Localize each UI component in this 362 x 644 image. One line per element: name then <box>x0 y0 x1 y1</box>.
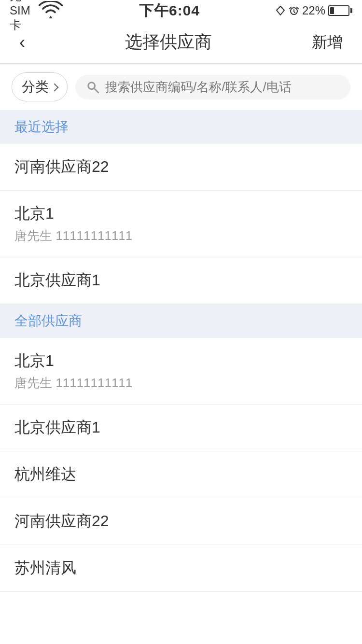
item-name: 北京供应商1 <box>14 270 348 291</box>
category-label: 分类 <box>22 78 49 96</box>
search-box[interactable] <box>75 75 350 99</box>
all-list: 北京1唐先生 11111111111北京供应商1杭州维达河南供应商22苏州清风 <box>0 338 362 592</box>
alarm-icon <box>289 5 299 16</box>
item-sub: 唐先生 11111111111 <box>14 227 348 244</box>
all-section-label: 全部供应商 <box>14 313 82 328</box>
all-list-item[interactable]: 河南供应商22 <box>0 498 362 545</box>
item-name: 北京1 <box>14 350 348 372</box>
recent-list-item[interactable]: 北京1唐先生 11111111111 <box>0 191 362 257</box>
page-title: 选择供应商 <box>125 30 212 54</box>
item-name: 北京1 <box>14 203 348 224</box>
all-list-item[interactable]: 北京1唐先生 11111111111 <box>0 338 362 405</box>
item-sub: 唐先生 11111111111 <box>14 375 348 392</box>
recent-section-header: 最近选择 <box>0 110 362 144</box>
status-bar: 无 SIM 卡 下午6:04 22% <box>0 0 362 21</box>
all-section-header: 全部供应商 <box>0 304 362 338</box>
recent-list: 河南供应商22北京1唐先生 11111111111北京供应商1 <box>0 144 362 304</box>
recent-list-item[interactable]: 北京供应商1 <box>0 257 362 304</box>
item-name: 河南供应商22 <box>14 156 348 178</box>
chevron-right-icon <box>51 84 59 92</box>
item-name: 苏州清风 <box>14 558 348 579</box>
add-button[interactable]: 新增 <box>307 27 348 58</box>
category-filter[interactable]: 分类 <box>12 72 68 101</box>
status-right: 22% <box>275 4 352 17</box>
recent-section-label: 最近选择 <box>14 119 69 134</box>
wifi-icon <box>38 1 64 20</box>
battery-icon <box>328 5 352 16</box>
back-button[interactable]: ‹ <box>14 28 30 57</box>
battery-percent: 22% <box>302 4 325 17</box>
svg-line-2 <box>95 89 98 93</box>
all-list-item[interactable]: 杭州维达 <box>0 451 362 498</box>
location-icon <box>275 5 286 16</box>
status-time: 下午6:04 <box>139 1 200 21</box>
item-name: 河南供应商22 <box>14 511 348 532</box>
search-icon <box>86 80 99 94</box>
filter-bar: 分类 <box>0 64 362 110</box>
item-name: 杭州维达 <box>14 464 348 485</box>
item-name: 北京供应商1 <box>14 417 348 438</box>
all-list-item[interactable]: 北京供应商1 <box>0 405 362 451</box>
search-input[interactable] <box>105 80 340 95</box>
recent-list-item[interactable]: 河南供应商22 <box>0 144 362 191</box>
all-list-item[interactable]: 苏州清风 <box>0 545 362 592</box>
